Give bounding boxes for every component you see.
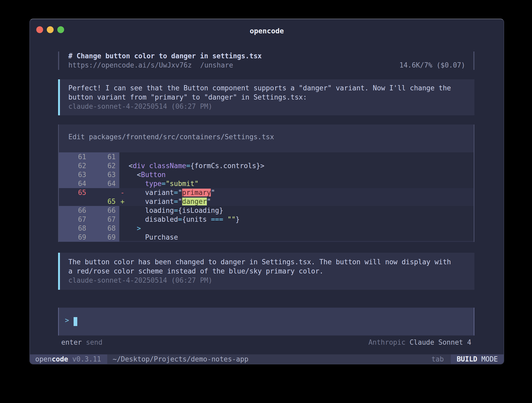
diff-row: 6363 <Button <box>59 170 474 179</box>
diff-new-line-number: 65 <box>90 197 119 206</box>
prompt-symbol: > <box>65 316 69 324</box>
diff-row: 65- variant="primary" <box>59 188 474 197</box>
diff-code-line <box>119 152 474 161</box>
diff-new-line-number: 66 <box>90 206 119 215</box>
code-segment: loading <box>125 206 174 214</box>
diff-new-line-number: 61 <box>90 152 119 161</box>
assistant-message: The button color has been changed to dan… <box>58 253 474 290</box>
diff-marker: + <box>120 197 125 206</box>
diff-old-line-number: 68 <box>59 224 90 233</box>
app-name-open: open <box>35 355 52 363</box>
status-bar: open code v0.3.11 ~/Desktop/Projects/dem… <box>30 354 504 364</box>
prompt-input[interactable]: > <box>58 308 474 335</box>
diff-new-line-number <box>90 188 119 197</box>
diff-marker <box>120 224 125 233</box>
app-version-segment: open code v0.3.11 <box>30 354 107 364</box>
diff-row: 6161 <box>59 152 474 161</box>
session-title: # Change button color to danger in setti… <box>68 51 465 61</box>
code-segment: disabled <box>125 215 178 223</box>
diff-old-line-number: 65 <box>59 188 90 197</box>
spacer <box>233 61 400 70</box>
diff-new-line-number: 67 <box>90 215 119 224</box>
assistant-message: Perfect! I can see that the Button compo… <box>58 79 474 115</box>
code-segment: {isLoading} <box>178 206 223 214</box>
code-segment: variant <box>125 189 174 197</box>
send-hint-label: send <box>82 338 102 347</box>
message-line: button variant from "primary" to "danger… <box>68 93 474 102</box>
code-segment: Button <box>141 171 166 179</box>
working-directory: ~/Desktop/Projects/demo-notes-app <box>112 355 248 363</box>
diff-old-line-number: 67 <box>59 215 90 224</box>
build-mode-segment: BUILD MODE <box>451 354 504 364</box>
enter-key-hint: enter <box>61 338 82 347</box>
code-segment: " <box>178 198 182 205</box>
mode-secondary: MODE <box>477 355 498 363</box>
diff-marker <box>120 170 125 179</box>
code-segment: = <box>178 215 182 223</box>
code-segment: = <box>186 162 190 170</box>
code-segment: " <box>211 189 215 197</box>
diff-row: 6767 disabled={units === ""} <box>59 215 474 224</box>
titlebar: opencode <box>30 19 504 40</box>
opencode-window: opencode # Change button color to danger… <box>29 19 504 364</box>
diff-table: 6161 6262 <div className={formCs.control… <box>59 152 474 241</box>
message-line: a red/rose color scheme instead of the b… <box>68 267 474 276</box>
diff-code-line: type="submit" <box>119 179 474 188</box>
diff-old-line-number: 66 <box>59 206 90 215</box>
diff-row: 6969 Purchase <box>59 233 474 242</box>
tab-key-hint[interactable]: tab <box>431 355 444 363</box>
code-segment: "" <box>227 215 236 223</box>
diff-new-line-number: 62 <box>90 161 119 170</box>
diff-row: 6666 loading={isLoading} <box>59 206 474 215</box>
code-segment: Purchase <box>125 233 178 241</box>
diff-code-line: + variant="danger" <box>119 197 474 206</box>
code-segment: {formCs.controls}> <box>190 162 264 170</box>
session-header: # Change button color to danger in setti… <box>58 51 474 70</box>
diff-new-line-number: 69 <box>90 233 119 242</box>
code-segment: = <box>174 198 178 205</box>
message-line: Perfect! I can see that the Button compo… <box>68 84 474 93</box>
edit-tool-block: Edit packages/frontend/src/containers/Se… <box>58 125 474 242</box>
diff-code-line: Purchase <box>119 233 474 242</box>
window-title: opencode <box>30 27 504 35</box>
diff-old-line-number <box>59 197 90 206</box>
code-segment <box>125 224 137 232</box>
diff-code-line: loading={isLoading} <box>119 206 474 215</box>
hints-row: enter send Anthropic Claude Sonnet 4 <box>58 338 474 347</box>
code-segment: < <box>125 171 141 179</box>
code-segment: {units <box>182 215 211 223</box>
app-name-code: code <box>52 355 68 363</box>
diff-code-line: > <box>119 224 474 233</box>
diff-code-line: - variant="primary" <box>119 188 474 197</box>
token-usage: 14.6K/7% ($0.07) <box>400 61 465 70</box>
model-timestamp: claude-sonnet-4-20250514 (06:27 PM) <box>68 102 474 111</box>
code-segment: " <box>207 198 211 205</box>
code-segment: > <box>137 224 141 232</box>
code-segment: = <box>174 189 178 197</box>
screen: opencode # Change button color to danger… <box>0 0 532 403</box>
diff-marker <box>120 233 125 242</box>
code-segment <box>223 215 227 223</box>
app-version: v0.3.11 <box>68 355 101 363</box>
diff-marker <box>120 206 125 215</box>
model-label: Claude Sonnet 4 <box>406 338 471 347</box>
code-segment: === <box>211 215 223 223</box>
code-segment: danger <box>182 198 207 205</box>
edit-tool-title: Edit packages/frontend/src/containers/Se… <box>59 125 474 141</box>
diff-row: 6262 <div className={formCs.controls}> <box>59 161 474 170</box>
diff-code-line: <Button <box>119 170 474 179</box>
share-url: https://opencode.ai/s/UwJxv76z <box>68 61 192 70</box>
code-segment: "submit" <box>166 180 198 188</box>
session-subline: https://opencode.ai/s/UwJxv76z /unshare … <box>68 61 465 70</box>
code-segment: } <box>236 215 240 223</box>
text-cursor <box>74 317 77 326</box>
code-segment: " <box>178 189 182 197</box>
model-timestamp: claude-sonnet-4-20250514 (06:27 PM) <box>68 276 474 285</box>
diff-marker <box>120 152 125 161</box>
code-segment: < <box>125 162 133 170</box>
diff-old-line-number: 64 <box>59 179 90 188</box>
diff-code-line: <div className={formCs.controls}> <box>119 161 474 170</box>
unshare-command: /unshare <box>200 61 233 70</box>
code-segment: = <box>174 206 178 214</box>
provider-label: Anthropic <box>369 338 406 347</box>
